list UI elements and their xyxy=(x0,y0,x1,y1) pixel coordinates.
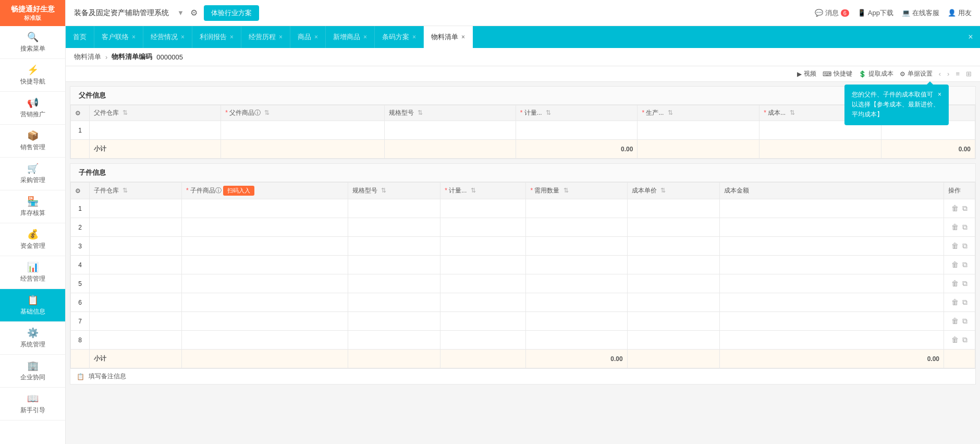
child-row-5-spec[interactable] xyxy=(348,274,440,293)
app-download-button[interactable]: 📱 App下载 xyxy=(858,8,893,18)
settings-button[interactable]: ⚙ xyxy=(190,8,198,18)
sidebar-item-finance[interactable]: 💰 资金管理 xyxy=(0,223,65,256)
sidebar-item-search[interactable]: 🔍 搜索菜单 xyxy=(0,26,65,59)
sidebar-item-purchase[interactable]: 🛒 采购管理 xyxy=(0,158,65,190)
tab-barcode[interactable]: 条码方案 × xyxy=(375,26,424,48)
child-row-8-unit-cost[interactable] xyxy=(627,331,719,350)
child-row-3-unit-cost[interactable] xyxy=(627,237,719,256)
child-row-2-copy[interactable]: ⧉ xyxy=(962,223,967,231)
tab-profit-report-close[interactable]: × xyxy=(230,33,234,41)
child-row-5-qty[interactable] xyxy=(526,274,627,293)
child-row-7-unit-cost[interactable] xyxy=(627,312,719,331)
single-setting-button[interactable]: ⚙ 单据设置 xyxy=(900,69,933,78)
child-row-3-unit[interactable] xyxy=(440,237,526,256)
child-row-8-copy[interactable]: ⧉ xyxy=(962,335,967,344)
child-row-3-warehouse[interactable] xyxy=(90,237,182,256)
sidebar-item-marketing[interactable]: 📢 营销推广 xyxy=(0,92,65,125)
child-row-7-unit[interactable] xyxy=(440,312,526,331)
tab-goods-close[interactable]: × xyxy=(314,33,318,41)
child-row-4-qty[interactable] xyxy=(526,256,627,274)
child-row-7-warehouse[interactable] xyxy=(90,312,182,331)
child-row-7-copy[interactable]: ⧉ xyxy=(962,317,967,325)
sidebar-item-inventory[interactable]: 🏪 库存核算 xyxy=(0,190,65,223)
tab-add-goods-close[interactable]: × xyxy=(363,33,367,41)
parent-row-1-unit[interactable] xyxy=(516,121,638,140)
child-row-1-qty[interactable] xyxy=(526,199,627,218)
child-row-6-delete[interactable]: 🗑 xyxy=(951,298,959,306)
extract-cost-button[interactable]: 💲 提取成本 xyxy=(859,69,893,78)
child-row-5-warehouse[interactable] xyxy=(90,274,182,293)
child-row-4-goods[interactable] xyxy=(182,256,348,274)
child-row-2-qty[interactable] xyxy=(526,218,627,237)
tab-operation-history[interactable]: 经营历程 × xyxy=(241,26,290,48)
child-row-2-spec[interactable] xyxy=(348,218,440,237)
tab-add-goods[interactable]: 新增商品 × xyxy=(326,26,375,48)
child-row-2-goods[interactable] xyxy=(182,218,348,237)
child-row-3-goods[interactable] xyxy=(182,237,348,256)
child-row-7-delete[interactable]: 🗑 xyxy=(951,317,959,325)
child-row-8-qty[interactable] xyxy=(526,331,627,350)
child-row-8-spec[interactable] xyxy=(348,331,440,350)
sidebar-item-operation[interactable]: 📊 经营管理 xyxy=(0,256,65,289)
child-row-7-goods[interactable] xyxy=(182,312,348,331)
child-row-1-unit[interactable] xyxy=(440,199,526,218)
parent-row-1-warehouse[interactable] xyxy=(90,121,221,140)
tab-profit-report[interactable]: 利润报告 × xyxy=(192,26,241,48)
toolbar-nav-prev[interactable]: ‹ xyxy=(939,70,941,78)
child-row-1-delete[interactable]: 🗑 xyxy=(951,204,959,212)
child-row-4-delete[interactable]: 🗑 xyxy=(951,260,959,269)
child-row-1-copy[interactable]: ⧉ xyxy=(962,204,967,212)
toolbar-nav-list[interactable]: ≡ xyxy=(956,70,960,78)
child-row-2-delete[interactable]: 🗑 xyxy=(951,223,959,231)
child-row-4-unit-cost[interactable] xyxy=(627,256,719,274)
child-row-6-goods[interactable] xyxy=(182,293,348,312)
child-row-8-warehouse[interactable] xyxy=(90,331,182,350)
user-profile-button[interactable]: 👤 用友 xyxy=(948,8,972,18)
scan-input-button[interactable]: 扫码入入 xyxy=(223,186,254,196)
tab-operation-history-close[interactable]: × xyxy=(279,33,283,41)
child-row-3-delete[interactable]: 🗑 xyxy=(951,242,959,250)
child-row-1-goods[interactable] xyxy=(182,199,348,218)
online-service-button[interactable]: 💻 在线客服 xyxy=(902,8,939,18)
tab-operation-status-close[interactable]: × xyxy=(181,33,185,41)
child-row-2-warehouse[interactable] xyxy=(90,218,182,237)
child-row-1-spec[interactable] xyxy=(348,199,440,218)
tab-bom-close[interactable]: × xyxy=(461,33,465,41)
child-row-5-unit[interactable] xyxy=(440,274,526,293)
view-video-button[interactable]: ▶ 视频 xyxy=(797,69,816,78)
parent-col-settings[interactable]: ⚙ xyxy=(71,105,90,121)
child-row-3-copy[interactable]: ⧉ xyxy=(962,242,967,250)
trial-button[interactable]: 体验行业方案 xyxy=(204,5,259,21)
child-row-3-spec[interactable] xyxy=(348,237,440,256)
tab-customer-close[interactable]: × xyxy=(132,33,136,41)
child-row-6-qty[interactable] xyxy=(526,293,627,312)
tab-home[interactable]: 首页 xyxy=(66,26,94,48)
sidebar-item-sales[interactable]: 📦 销售管理 xyxy=(0,125,65,158)
tab-barcode-close[interactable]: × xyxy=(412,33,416,41)
sidebar-item-guide[interactable]: 📖 新手引导 xyxy=(0,388,65,421)
child-row-4-warehouse[interactable] xyxy=(90,256,182,274)
sidebar-item-basic-info[interactable]: 📋 基础信息 xyxy=(0,289,65,322)
toolbar-nav-next[interactable]: › xyxy=(947,70,949,78)
system-title-dropdown[interactable]: ▼ xyxy=(177,9,184,17)
child-row-4-spec[interactable] xyxy=(348,256,440,274)
child-row-2-unit-cost[interactable] xyxy=(627,218,719,237)
child-row-6-copy[interactable]: ⧉ xyxy=(962,298,967,306)
parent-row-1-goods[interactable] xyxy=(221,121,384,140)
child-row-5-goods[interactable] xyxy=(182,274,348,293)
child-row-8-delete[interactable]: 🗑 xyxy=(951,335,959,344)
sidebar-item-system[interactable]: ⚙️ 系统管理 xyxy=(0,322,65,355)
child-row-2-unit[interactable] xyxy=(440,218,526,237)
tooltip-close-button[interactable]: × xyxy=(938,90,941,100)
child-row-7-spec[interactable] xyxy=(348,312,440,331)
child-row-6-unit-cost[interactable] xyxy=(627,293,719,312)
child-row-4-copy[interactable]: ⧉ xyxy=(962,260,967,269)
child-row-7-qty[interactable] xyxy=(526,312,627,331)
shortcut-button[interactable]: ⌨ 快捷键 xyxy=(823,69,852,78)
toolbar-nav-grid[interactable]: ⊞ xyxy=(966,70,972,78)
child-row-5-delete[interactable]: 🗑 xyxy=(951,279,959,287)
close-all-tabs-button[interactable]: × xyxy=(961,26,980,48)
child-row-8-unit[interactable] xyxy=(440,331,526,350)
child-row-6-spec[interactable] xyxy=(348,293,440,312)
child-row-5-copy[interactable]: ⧉ xyxy=(962,279,967,287)
